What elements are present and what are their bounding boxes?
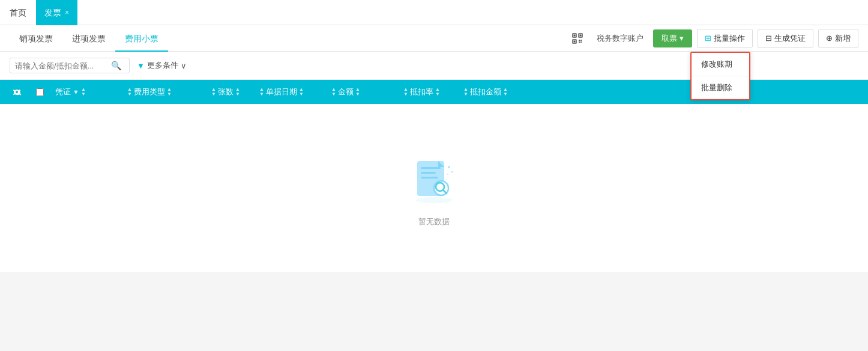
count-col-label: 张数 [218, 87, 234, 97]
search-icon[interactable]: 🔍 [111, 61, 121, 70]
empty-illustration [404, 149, 464, 209]
sub-tabs-left: 销项发票 进项发票 费用小票 [10, 25, 168, 52]
date-sort-right[interactable]: ▲▼ [299, 87, 304, 97]
amount-col-label: 金额 [338, 87, 354, 97]
tax-digital-account-button[interactable]: 税务数字账户 [592, 33, 648, 44]
amount-sort-right[interactable]: ▲▼ [355, 87, 360, 97]
gear-icon [12, 87, 22, 97]
sub-tabs-bar: 销项发票 进项发票 费用小票 税务数字账户 取票 ▾ ⊞ [0, 25, 868, 52]
deduct-rate-sort-right[interactable]: ▲▼ [435, 87, 440, 97]
more-conditions-button[interactable]: ▼ 更多条件 ∨ [137, 60, 187, 71]
batch-ops-label: 批量操作 [714, 33, 745, 44]
search-input[interactable] [15, 61, 111, 70]
svg-rect-8 [579, 41, 580, 43]
svg-rect-12 [421, 167, 441, 169]
voucher-col-header: 凭证 ▼ ▲▼ [50, 87, 122, 97]
svg-point-19 [451, 171, 453, 173]
chevron-down-icon: ▾ [680, 34, 684, 43]
svg-rect-13 [421, 172, 436, 174]
tab-purchase-invoice[interactable]: 进项发票 [62, 25, 115, 52]
svg-point-20 [447, 174, 448, 175]
svg-rect-9 [580, 41, 582, 43]
gen-voucher-label: 生成凭证 [774, 33, 806, 44]
get-invoice-label: 取票 [662, 33, 677, 44]
expense-type-sort-right[interactable]: ▲▼ [167, 87, 172, 97]
voucher-filter-icon[interactable]: ▼ [73, 88, 79, 96]
expense-type-sort-icon[interactable]: ▲▼ [127, 87, 132, 97]
amount-sort-icon[interactable]: ▲▼ [331, 87, 336, 97]
voucher-col-label: 凭证 [55, 87, 71, 97]
deduct-amount-col-header: ▲▼ 抵扣金额 ▲▼ [459, 87, 531, 97]
batch-ops-dropdown: 修改账期 批量删除 [690, 52, 750, 100]
deduct-amount-sort-right[interactable]: ▲▼ [503, 87, 508, 97]
search-wrap: 🔍 [10, 58, 130, 73]
gen-voucher-icon: ⊟ [765, 34, 772, 43]
select-all-checkbox[interactable] [36, 88, 44, 96]
empty-state-text: 暂无数据 [418, 216, 450, 227]
get-invoice-button[interactable]: 取票 ▾ [653, 29, 692, 47]
qr-icon [571, 32, 583, 44]
toolbar-right: 税务数字账户 取票 ▾ ⊞ 批量操作 ⊟ 生成凭证 ⊕ 新增 修改账期 批量删除 [568, 29, 858, 48]
new-item-button[interactable]: ⊕ 新增 [818, 29, 858, 48]
top-nav: 首页 发票 × [0, 0, 868, 25]
deduct-rate-col-label: 抵扣率 [410, 87, 433, 97]
gen-voucher-button[interactable]: ⊟ 生成凭证 [758, 29, 813, 48]
date-col-label: 单据日期 [266, 87, 297, 97]
deduct-rate-sort-icon[interactable]: ▲▼ [403, 87, 408, 97]
empty-state: 暂无数据 [0, 104, 868, 272]
batch-ops-button[interactable]: ⊞ 批量操作 [697, 29, 753, 48]
voucher-sort-icon[interactable]: ▲▼ [81, 87, 86, 97]
modify-period-item[interactable]: 修改账期 [692, 53, 749, 76]
svg-rect-7 [580, 40, 582, 41]
date-col-header: ▲▼ 单据日期 ▲▼ [255, 87, 327, 97]
deduct-rate-col-header: ▲▼ 抵扣率 ▲▼ [399, 87, 459, 97]
settings-col-header[interactable] [5, 87, 29, 97]
count-col-header: ▲▼ 张数 ▲▼ [206, 87, 255, 97]
chevron-down-icon: ∨ [181, 61, 187, 70]
expense-type-col-header: ▲▼ 费用类型 ▲▼ [122, 87, 206, 97]
tab-expense-receipt[interactable]: 费用小票 [115, 25, 168, 52]
new-item-label: 新增 [835, 33, 851, 44]
batch-ops-icon: ⊞ [705, 34, 711, 43]
more-conditions-label: 更多条件 [147, 60, 178, 71]
svg-rect-6 [579, 40, 580, 41]
svg-rect-1 [574, 34, 576, 36]
amount-col-header: ▲▼ 金额 ▲▼ [327, 87, 399, 97]
count-sort-right[interactable]: ▲▼ [235, 87, 240, 97]
deduct-amount-col-label: 抵扣金额 [470, 87, 501, 97]
plus-icon: ⊕ [826, 34, 833, 43]
close-icon[interactable]: × [65, 0, 69, 25]
batch-delete-item[interactable]: 批量删除 [692, 76, 749, 99]
svg-rect-5 [574, 40, 576, 42]
expense-type-col-label: 费用类型 [134, 87, 165, 97]
invoice-tab[interactable]: 发票 × [36, 0, 77, 25]
svg-rect-14 [421, 177, 438, 179]
deduct-amount-sort-icon[interactable]: ▲▼ [463, 87, 468, 97]
invoice-tab-label: 发票 [44, 0, 61, 25]
select-all-col-header[interactable] [29, 88, 50, 96]
svg-rect-3 [580, 34, 582, 36]
svg-point-18 [448, 166, 450, 168]
svg-point-10 [416, 197, 452, 203]
date-sort-icon[interactable]: ▲▼ [259, 87, 264, 97]
tab-sales-invoice[interactable]: 销项发票 [10, 25, 62, 52]
filter-icon: ▼ [137, 61, 145, 70]
count-sort-icon[interactable]: ▲▼ [211, 87, 216, 97]
home-tab[interactable]: 首页 [0, 0, 36, 25]
qr-code-button[interactable] [568, 29, 587, 48]
